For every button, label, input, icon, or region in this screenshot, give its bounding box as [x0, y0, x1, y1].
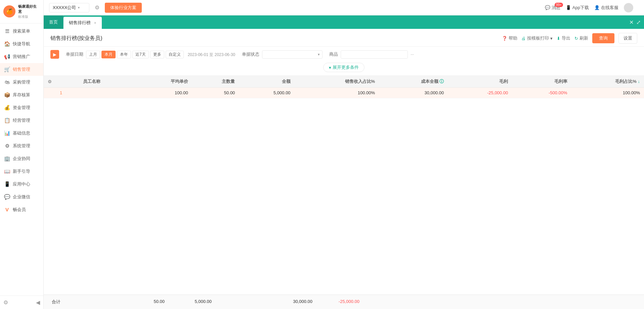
sidebar-item-label: 系统管理 — [13, 143, 30, 149]
settings-button[interactable]: 设置 — [618, 33, 637, 44]
sidebar-item-label: 采购管理 — [13, 79, 30, 85]
company-settings-button[interactable]: ⚙ — [93, 3, 101, 12]
vip-icon: V — [4, 207, 10, 212]
app-download-button[interactable]: 📱 App下载 — [566, 5, 589, 11]
app-download-icon: 📱 — [566, 5, 571, 10]
restore-tab-button[interactable]: ⤢ — [636, 19, 641, 25]
page-title: 销售排行榜(按业务员) — [50, 35, 102, 42]
col-cost: 成本全额 ⓘ — [379, 76, 448, 88]
row-rank: 1 — [56, 88, 79, 98]
sidebar-item-quick-nav[interactable]: 🏠 快捷导航 — [0, 38, 43, 50]
logo-icon: 🍊 — [3, 5, 15, 17]
date-this-month[interactable]: 本月 — [101, 51, 116, 58]
table-row: 1 100.00 50.00 5,000.00 100.00% 30,000.0… — [44, 88, 644, 98]
sidebar-item-marketing[interactable]: 📢 营销推广 — [0, 50, 43, 63]
tab-home-label: 首页 — [49, 19, 58, 25]
col-rank — [56, 76, 79, 88]
finance-icon: 💰 — [4, 105, 10, 111]
sidebar-item-wechat[interactable]: 💬 企业微信 — [0, 191, 43, 203]
print-dropdown-icon: ▾ — [550, 36, 553, 41]
sidebar-item-purchase[interactable]: 🛍 采购管理 — [0, 76, 43, 89]
avatar[interactable] — [624, 3, 633, 12]
help-icon: ❓ — [502, 36, 507, 41]
help-button[interactable]: ❓ 帮助 — [502, 35, 517, 41]
date-7days[interactable]: 近7天 — [132, 51, 149, 58]
col-name: 员工名称 — [79, 76, 135, 88]
chevron-down-icon: ▾ — [329, 65, 331, 70]
row-sales-pct: 100.00% — [295, 88, 379, 98]
col-settings[interactable]: ⚙ — [44, 76, 56, 88]
row-settings — [44, 88, 56, 98]
sidebar: 🍊 畅康通好生意 标准版 ☰ 搜索菜单 🏠 快捷导航 📢 营销推广 🛒 销售管理… — [0, 0, 44, 309]
company-selector[interactable]: XXXXX公司 ▾ — [49, 3, 89, 12]
sidebar-item-inventory[interactable]: 📦 库存核算 — [0, 89, 43, 101]
row-profit-pct: 100.00% — [571, 88, 644, 98]
col-sales-pct: 销售收入占比% — [295, 76, 379, 88]
row-profit: -25,000.00 — [448, 88, 512, 98]
query-button[interactable]: 查询 — [592, 33, 614, 43]
sidebar-nav: ☰ 搜索菜单 🏠 快捷导航 📢 营销推广 🛒 销售管理 🛍 采购管理 📦 库存核… — [0, 23, 43, 296]
row-profit-rate: -500.00% — [512, 88, 571, 98]
goods-input[interactable] — [341, 50, 408, 59]
date-more[interactable]: 更多 — [150, 51, 164, 58]
close-tab-button[interactable]: ✕ — [629, 19, 634, 25]
tab-home[interactable]: 首页 — [44, 15, 63, 29]
logo-text: 畅康通好生意 — [18, 4, 40, 14]
goods-more-icon[interactable]: ··· — [411, 52, 414, 57]
status-select[interactable] — [262, 50, 323, 59]
expand-more-button[interactable]: ▾ 展开更多条件 — [323, 63, 364, 72]
top-header: XXXXX公司 ▾ ⚙ 体验行业方案 💬 消息 99+ 📱 App下载 👤 在线… — [44, 0, 644, 15]
col-profit-pct: 毛利占比% ↓ — [571, 76, 644, 88]
sidebar-item-label: 新手引导 — [13, 168, 30, 174]
sidebar-item-search-order[interactable]: ☰ 搜索菜单 — [0, 25, 43, 38]
page-actions: ❓ 帮助 🖨 按模板打印 ▾ ⬇ 导出 ↻ 刷新 查询 设置 — [502, 33, 637, 44]
sidebar-item-basic[interactable]: 📊 基础信息 — [0, 127, 43, 140]
refresh-button[interactable]: ↻ 刷新 — [574, 35, 588, 41]
date-filter-label: 单据日期 — [66, 51, 83, 57]
settings-footer-button[interactable]: ⚙ — [3, 299, 8, 306]
sidebar-item-label: 库存核算 — [13, 92, 30, 98]
sidebar-item-vip[interactable]: V 畅会员 — [0, 203, 43, 216]
table-footer: 合计 50.00 5,000.00 30,000.00 -25,000.00 — [44, 295, 644, 309]
filter-expand-arrow[interactable]: ▶ — [50, 50, 59, 59]
inventory-icon: 📦 — [4, 92, 10, 98]
status-filter: 单据状态 — [242, 50, 323, 59]
sales-icon: 🛒 — [4, 66, 10, 72]
export-button[interactable]: ⬇ 导出 — [557, 35, 570, 41]
date-last-month[interactable]: 上月 — [86, 51, 100, 58]
filter-row: ▶ 单据日期 上月 本月 本年 近7天 更多 自定义 2023-06-01 至 … — [50, 50, 637, 59]
date-this-year[interactable]: 本年 — [117, 51, 131, 58]
export-icon: ⬇ — [557, 36, 560, 41]
sidebar-item-label: 应用中心 — [13, 181, 30, 187]
sidebar-item-sales[interactable]: 🛒 销售管理 — [0, 63, 43, 76]
refresh-icon: ↻ — [574, 36, 578, 41]
message-button[interactable]: 💬 消息 99+ — [545, 5, 560, 11]
row-qty: 50.00 — [192, 88, 239, 98]
sidebar-item-app-center[interactable]: 📱 应用中心 — [0, 178, 43, 191]
sidebar-logo: 🍊 畅康通好生意 标准版 — [0, 0, 43, 23]
footer-cells: 合计 50.00 5,000.00 30,000.00 -25,000.00 — [48, 298, 640, 306]
sidebar-item-enterprise[interactable]: 🏢 企业协同 — [0, 152, 43, 165]
sidebar-item-label: 企业微信 — [13, 194, 30, 200]
sidebar-item-label: 营销推广 — [13, 54, 30, 60]
tab-close-icon[interactable]: × — [94, 21, 96, 25]
print-button[interactable]: 🖨 按模板打印 ▾ — [521, 35, 553, 41]
online-service-button[interactable]: 👤 在线客服 — [594, 5, 618, 11]
sidebar-item-finance[interactable]: 💰 资金管理 — [0, 101, 43, 114]
sidebar-item-guide[interactable]: 📖 新手引导 — [0, 165, 43, 178]
logo-sub: 标准版 — [18, 14, 40, 19]
sidebar-item-operation[interactable]: 📋 经营管理 — [0, 114, 43, 127]
sidebar-item-label: 销售管理 — [13, 66, 30, 72]
date-custom[interactable]: 自定义 — [166, 51, 184, 58]
enterprise-icon: 🏢 — [4, 156, 10, 162]
sidebar-item-label: 资金管理 — [13, 105, 30, 111]
basic-icon: 📊 — [4, 130, 10, 136]
industry-solution-button[interactable]: 体验行业方案 — [105, 3, 142, 13]
message-icon: 💬 — [545, 5, 550, 10]
sidebar-item-system[interactable]: ⚙ 系统管理 — [0, 140, 43, 152]
sidebar-item-label: 经营管理 — [13, 117, 30, 123]
row-avg-price: 100.00 — [136, 88, 192, 98]
tab-sales-ranking[interactable]: 销售排行榜 × — [63, 17, 102, 29]
main-content: XXXXX公司 ▾ ⚙ 体验行业方案 💬 消息 99+ 📱 App下载 👤 在线… — [44, 0, 644, 309]
collapse-sidebar-button[interactable]: ◀ — [36, 299, 40, 306]
